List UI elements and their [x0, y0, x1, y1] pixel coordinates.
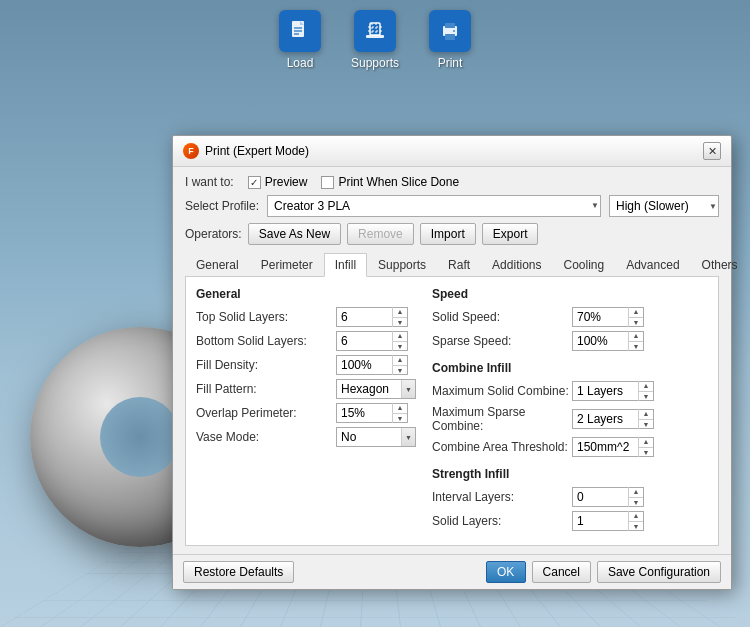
remove-button[interactable]: Remove [347, 223, 414, 245]
bottom-solid-layers-input[interactable]: ▲ ▼ [336, 331, 408, 351]
sparse-speed-up-arrow[interactable]: ▲ [629, 331, 643, 342]
general-section-header: General [196, 287, 416, 301]
max-solid-combine-down-arrow[interactable]: ▼ [639, 392, 653, 402]
interval-layers-up-arrow[interactable]: ▲ [629, 487, 643, 498]
top-solid-layers-value[interactable] [337, 308, 392, 326]
fill-pattern-label: Fill Pattern: [196, 382, 336, 396]
solid-speed-value[interactable] [573, 308, 628, 326]
vase-mode-label: Vase Mode: [196, 430, 336, 444]
restore-defaults-button[interactable]: Restore Defaults [183, 561, 294, 583]
print-label: Print [438, 56, 463, 70]
combine-area-threshold-value[interactable] [573, 438, 638, 456]
bottom-solid-layers-up-arrow[interactable]: ▲ [393, 331, 407, 342]
field-solid-speed: Solid Speed: ▲ ▼ [432, 307, 708, 327]
field-fill-density: Fill Density: ▲ ▼ [196, 355, 416, 375]
print-when-slice-checkbox[interactable] [321, 176, 334, 189]
max-solid-combine-up-arrow[interactable]: ▲ [639, 381, 653, 392]
preview-checkbox-item[interactable]: Preview [248, 175, 308, 189]
ok-button[interactable]: OK [486, 561, 526, 583]
fill-pattern-arrow-icon: ▼ [401, 380, 415, 398]
solid-speed-up-arrow[interactable]: ▲ [629, 307, 643, 318]
solid-layers-value[interactable] [573, 512, 628, 530]
solid-layers-up-arrow[interactable]: ▲ [629, 511, 643, 522]
fill-density-label: Fill Density: [196, 358, 336, 372]
interval-layers-label: Interval Layers: [432, 490, 572, 504]
fill-density-down-arrow[interactable]: ▼ [393, 366, 407, 376]
toolbar-item-load[interactable]: Load [279, 10, 321, 70]
tab-raft[interactable]: Raft [437, 253, 481, 277]
tab-additions[interactable]: Additions [481, 253, 552, 277]
preview-checkbox[interactable] [248, 176, 261, 189]
dialog-body: I want to: Preview Print When Slice Done… [173, 167, 731, 554]
combine-area-threshold-down-arrow[interactable]: ▼ [639, 448, 653, 458]
sparse-speed-down-arrow[interactable]: ▼ [629, 342, 643, 352]
overlap-perimeter-label: Overlap Perimeter: [196, 406, 336, 420]
dialog-title: Print (Expert Mode) [205, 144, 309, 158]
max-sparse-combine-input[interactable]: ▲ ▼ [572, 409, 654, 429]
quality-select[interactable]: High (Slower) [609, 195, 719, 217]
combine-area-threshold-up-arrow[interactable]: ▲ [639, 437, 653, 448]
sparse-speed-input[interactable]: ▲ ▼ [572, 331, 644, 351]
tab-advanced[interactable]: Advanced [615, 253, 690, 277]
interval-layers-down-arrow[interactable]: ▼ [629, 498, 643, 508]
fill-density-arrows: ▲ ▼ [392, 355, 407, 375]
tab-supports[interactable]: Supports [367, 253, 437, 277]
top-solid-layers-up-arrow[interactable]: ▲ [393, 307, 407, 318]
tabs-row: General Perimeter Infill Supports Raft A… [185, 253, 719, 277]
save-configuration-button[interactable]: Save Configuration [597, 561, 721, 583]
max-solid-combine-value[interactable] [573, 382, 638, 400]
profile-select[interactable]: Creator 3 PLA [267, 195, 601, 217]
close-button[interactable]: ✕ [703, 142, 721, 160]
solid-speed-label: Solid Speed: [432, 310, 572, 324]
solid-speed-input[interactable]: ▲ ▼ [572, 307, 644, 327]
supports-icon [354, 10, 396, 52]
fill-pattern-dropdown[interactable]: Hexagon ▼ [336, 379, 416, 399]
bottom-solid-layers-down-arrow[interactable]: ▼ [393, 342, 407, 352]
field-max-solid-combine: Maximum Solid Combine: ▲ ▼ [432, 381, 708, 401]
max-sparse-combine-up-arrow[interactable]: ▲ [639, 409, 653, 420]
combine-area-threshold-input[interactable]: ▲ ▼ [572, 437, 654, 457]
tab-content-infill: General Top Solid Layers: ▲ ▼ Bottom Sol… [185, 277, 719, 546]
bottom-solid-layers-label: Bottom Solid Layers: [196, 334, 336, 348]
toolbar-item-print[interactable]: Print [429, 10, 471, 70]
solid-layers-input[interactable]: ▲ ▼ [572, 511, 644, 531]
svg-rect-13 [445, 23, 455, 28]
import-button[interactable]: Import [420, 223, 476, 245]
save-as-new-button[interactable]: Save As New [248, 223, 341, 245]
overlap-perimeter-up-arrow[interactable]: ▲ [393, 403, 407, 414]
top-solid-layers-down-arrow[interactable]: ▼ [393, 318, 407, 328]
toolbar-item-supports[interactable]: Supports [351, 10, 399, 70]
interval-layers-value[interactable] [573, 488, 628, 506]
fill-density-up-arrow[interactable]: ▲ [393, 355, 407, 366]
interval-layers-input[interactable]: ▲ ▼ [572, 487, 644, 507]
bottom-solid-layers-value[interactable] [337, 332, 392, 350]
load-label: Load [287, 56, 314, 70]
tab-cooling[interactable]: Cooling [552, 253, 615, 277]
overlap-perimeter-down-arrow[interactable]: ▼ [393, 414, 407, 424]
cancel-button[interactable]: Cancel [532, 561, 591, 583]
tab-infill[interactable]: Infill [324, 253, 367, 277]
max-sparse-combine-down-arrow[interactable]: ▼ [639, 420, 653, 430]
tab-others[interactable]: Others [691, 253, 749, 277]
speed-section-header: Speed [432, 287, 708, 301]
max-sparse-combine-value[interactable] [573, 410, 638, 428]
print-when-slice-checkbox-item[interactable]: Print When Slice Done [321, 175, 459, 189]
iwantto-label: I want to: [185, 175, 234, 189]
sparse-speed-value[interactable] [573, 332, 628, 350]
top-solid-layers-label: Top Solid Layers: [196, 310, 336, 324]
solid-speed-down-arrow[interactable]: ▼ [629, 318, 643, 328]
overlap-perimeter-input[interactable]: ▲ ▼ [336, 403, 408, 423]
solid-layers-label: Solid Layers: [432, 514, 572, 528]
export-button[interactable]: Export [482, 223, 539, 245]
tab-general[interactable]: General [185, 253, 250, 277]
field-top-solid-layers: Top Solid Layers: ▲ ▼ [196, 307, 416, 327]
vase-mode-dropdown[interactable]: No ▼ [336, 427, 416, 447]
fill-density-value[interactable] [337, 356, 392, 374]
supports-label: Supports [351, 56, 399, 70]
tab-perimeter[interactable]: Perimeter [250, 253, 324, 277]
top-solid-layers-input[interactable]: ▲ ▼ [336, 307, 408, 327]
max-solid-combine-input[interactable]: ▲ ▼ [572, 381, 654, 401]
overlap-perimeter-value[interactable] [337, 404, 392, 422]
solid-layers-down-arrow[interactable]: ▼ [629, 522, 643, 532]
fill-density-input[interactable]: ▲ ▼ [336, 355, 408, 375]
